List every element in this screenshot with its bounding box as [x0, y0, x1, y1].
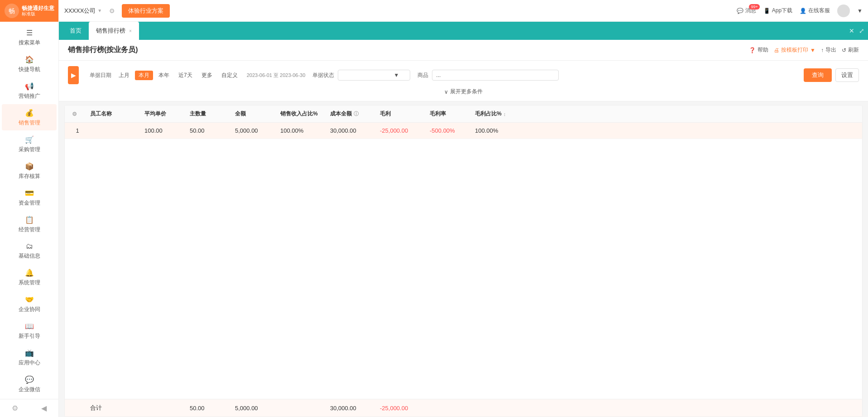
sidebar-item-purchase[interactable]: 🛒采购管理	[2, 131, 57, 157]
filter-settings-button[interactable]: 设置	[835, 68, 859, 82]
search-button[interactable]: 查询	[804, 68, 832, 82]
print-icon: 🖨	[774, 47, 779, 53]
footer-gross: -25,000.00	[376, 399, 426, 417]
sidebar-item-marketing[interactable]: 📢营销推广	[2, 77, 57, 104]
refresh-label: 刷新	[848, 46, 859, 54]
tab-sales-ranking[interactable]: 销售排行榜 ×	[89, 22, 139, 40]
sidebar-item-apps[interactable]: 📺应用中心	[2, 344, 57, 370]
sidebar-item-finance[interactable]: 💳资金管理	[2, 184, 57, 211]
print-button[interactable]: 🖨 按模板打印 ▼	[774, 46, 815, 54]
sidebar-icon-sales: 💰	[25, 109, 34, 117]
sidebar-label-wechat: 企业微信	[19, 386, 40, 393]
filter-toggle-button[interactable]: ▶	[68, 66, 79, 84]
tab-home-label: 首页	[70, 27, 82, 35]
date-filter-label: 单据日期	[90, 72, 111, 79]
sidebar-label-quick-nav: 快捷导航	[19, 66, 40, 73]
table-footer: 合计 50.00 5,000.00 30,000.00 -25,000.00	[65, 399, 862, 417]
tab-close-all-icon[interactable]: ✕	[849, 27, 854, 34]
topbar-settings-icon[interactable]: ⚙	[106, 5, 118, 17]
message-icon: 💬	[737, 8, 743, 14]
table-row[interactable]: 1 100.00 50.00 5,000.00 100.00% 30,000.0…	[65, 123, 862, 139]
export-icon: ↑	[821, 47, 824, 53]
date-tab-7days[interactable]: 近7天	[175, 71, 196, 80]
sidebar-label-guide: 新手引导	[19, 332, 40, 340]
date-range-display: 2023-06-01 至 2023-06-30	[247, 72, 306, 79]
sidebar-item-quick-nav[interactable]: 🏠快捷导航	[2, 51, 57, 77]
sidebar-item-operations[interactable]: 📋经营管理	[2, 211, 57, 237]
online-service-icon: 👤	[800, 8, 806, 14]
company-selector[interactable]: XXXXX公司 ▼	[64, 7, 102, 15]
footer-cost: 30,000.00	[326, 399, 376, 417]
table-header: ⚙ 员工名称 平均单价 主数量 全额 销售收入占比% 成本全额 ⓘ 毛利 毛利率…	[65, 105, 862, 123]
export-label: 导出	[825, 46, 836, 54]
filter-area: ▶ 单据日期 上月 本月 本年 近7天 更多 自定义 2023-06-01 至 …	[59, 61, 868, 101]
sidebar-item-search[interactable]: ☰搜索菜单	[2, 24, 57, 50]
table-settings-icon[interactable]: ⚙	[72, 111, 77, 117]
sidebar-nav: ☰搜索菜单🏠快捷导航📢营销推广💰销售管理🛒采购管理📦库存核算💳资金管理📋经营管理…	[0, 22, 58, 399]
sidebar-icon-operations: 📋	[25, 216, 34, 224]
sidebar-item-basic[interactable]: 🗂基础信息	[2, 238, 57, 264]
col-total: 全额	[231, 105, 277, 122]
sidebar-item-guide[interactable]: 📖新手引导	[2, 317, 57, 344]
svg-text:畅: 畅	[9, 7, 15, 14]
sidebar-label-operations: 经营管理	[19, 226, 40, 234]
sidebar-item-system[interactable]: 🔔系统管理	[2, 264, 57, 290]
cell-gross-pct: 100.00%	[471, 123, 521, 139]
experience-button[interactable]: 体验行业方案	[122, 4, 170, 18]
goods-select-value: ...	[436, 72, 441, 78]
online-service-button[interactable]: 👤 在线客服	[800, 7, 830, 14]
refresh-button[interactable]: ↺ 刷新	[842, 46, 859, 54]
refresh-icon: ↺	[842, 47, 846, 53]
sidebar-icon-search: ☰	[26, 29, 33, 37]
sidebar-bottom: ⚙ ◀	[0, 399, 58, 417]
sidebar-label-sales: 销售管理	[19, 119, 40, 127]
message-button[interactable]: 💬 消息 99+	[737, 7, 756, 14]
sidebar-item-corp[interactable]: 🤝企业协同	[2, 291, 57, 317]
help-button[interactable]: ❓ 帮助	[749, 46, 768, 54]
footer-avg-price	[141, 399, 186, 417]
date-tab-this-month[interactable]: 本月	[135, 71, 153, 80]
tab-close-icon[interactable]: ×	[129, 29, 132, 34]
date-tab-more[interactable]: 更多	[198, 71, 216, 80]
app-download-button[interactable]: 📱 App下载	[763, 7, 792, 14]
collapse-icon[interactable]: ◀	[41, 404, 47, 412]
sidebar-label-system: 系统管理	[19, 279, 40, 287]
col-cost: 成本全额 ⓘ	[326, 105, 376, 122]
user-name[interactable]: ▼	[857, 8, 863, 14]
export-button[interactable]: ↑ 导出	[821, 46, 836, 54]
sidebar-icon-purchase: 🛒	[25, 135, 34, 144]
app-download-icon: 📱	[763, 8, 770, 14]
cell-cost: 30,000.00	[326, 123, 376, 139]
tab-home[interactable]: 首页	[62, 22, 89, 40]
sidebar-item-inventory[interactable]: 📦库存核算	[2, 158, 57, 184]
goods-select[interactable]: ...	[432, 70, 559, 81]
sidebar-icon-finance: 💳	[25, 189, 34, 197]
page-header: 销售排行榜(按业务员) ❓ 帮助 🖨 按模板打印 ▼ ↑ 导出 ↺ 刷新	[59, 40, 868, 61]
status-filter-label: 单据状态	[312, 72, 334, 79]
sidebar-label-inventory: 库存核算	[19, 173, 40, 180]
sidebar-icon-system: 🔔	[25, 268, 34, 277]
expand-filter-button[interactable]: ∨ 展开更多条件	[68, 88, 859, 96]
cell-index: 1	[68, 123, 86, 139]
settings-icon[interactable]: ⚙	[12, 404, 18, 412]
expand-chevron-icon: ∨	[444, 89, 448, 95]
goods-filter: 商品 ...	[417, 70, 559, 81]
sidebar-item-sales[interactable]: 💰销售管理	[2, 104, 57, 130]
sidebar-label-purchase: 采购管理	[19, 146, 40, 153]
sidebar-item-wechat[interactable]: 💬企业微信	[2, 371, 57, 397]
tab-expand-icon[interactable]: ⤢	[859, 27, 864, 34]
status-select[interactable]: ▼	[338, 70, 410, 81]
footer-gross-pct	[471, 399, 521, 417]
footer-main-qty: 50.00	[186, 399, 231, 417]
user-avatar[interactable]	[837, 5, 850, 17]
expand-filter-label: 展开更多条件	[450, 88, 483, 96]
footer-empty	[68, 399, 86, 417]
help-icon: ❓	[749, 47, 756, 53]
cell-gross: -25,000.00	[376, 123, 426, 139]
print-chevron-icon: ▼	[810, 47, 815, 53]
tabbar: 首页 销售排行榜 × ✕ ⤢	[59, 22, 868, 40]
logo-line2: 标准版	[22, 11, 54, 17]
date-tab-custom[interactable]: 自定义	[218, 71, 241, 80]
date-tab-this-year[interactable]: 本年	[155, 71, 173, 80]
date-tab-last-month[interactable]: 上月	[115, 71, 133, 80]
